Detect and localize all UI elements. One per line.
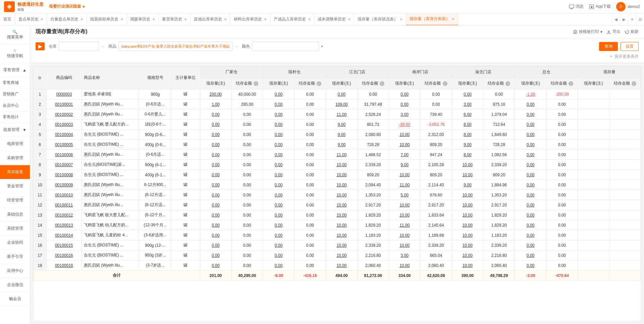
row-l-stock-4[interactable]: 0.00 (263, 130, 294, 140)
nav-close-all[interactable]: ✕ (628, 13, 636, 26)
tab-partial-count[interactable]: 分量盘点单历史 ✕ (47, 13, 87, 26)
row-n-stock-14[interactable]: 10.00 (389, 230, 420, 240)
tab-combo[interactable]: 组装拆卸单历史 ✕ (87, 13, 127, 26)
sidebar-item-enterprise[interactable]: 企业协同 (0, 236, 30, 250)
close-inventory-count[interactable]: ✕ (41, 17, 43, 21)
row-n-stock-9[interactable]: 11.00 (389, 180, 420, 190)
row-code-4[interactable]: 00100004 (46, 130, 82, 140)
sidebar-item-inventory[interactable]: 库存核算 (0, 165, 30, 179)
sidebar-item-guide[interactable]: 新手引导 (0, 250, 30, 264)
row-j-stock-15[interactable]: 10.00 (326, 240, 358, 250)
row-n-stock-5[interactable]: 10.00 (389, 140, 420, 150)
row-f-stock-14[interactable]: 0.00 (200, 230, 231, 240)
row-code-10[interactable]: 00100010 (46, 190, 82, 200)
row-f-stock-8[interactable]: 0.00 (200, 170, 231, 180)
tab-cost-adjust[interactable]: 成本调整单历史 ✕ (314, 13, 354, 26)
row-f-stock-3[interactable]: 0.00 (200, 120, 231, 130)
row-code-14[interactable]: 00100014 (46, 230, 82, 240)
row-y-stock-2[interactable]: 6.00 (452, 109, 483, 120)
row-l-stock-12[interactable]: 0.00 (263, 210, 294, 220)
app-download-btn[interactable]: App下载 (589, 4, 611, 9)
row-f-stock-12[interactable]: 0.00 (200, 210, 231, 220)
close-stock-dist[interactable]: ✕ (452, 17, 454, 21)
row-t-stock-8[interactable]: 0.00 (515, 170, 546, 180)
t-amt-info-icon[interactable]: i (569, 81, 573, 86)
sidebar-item-retail-stats[interactable]: 零售统计 (0, 111, 30, 123)
row-f-stock-2[interactable]: 0.00 (200, 109, 231, 120)
row-n-stock-11[interactable]: 10.00 (389, 200, 420, 210)
row-n-stock-13[interactable]: 11.00 (389, 220, 420, 230)
row-l-stock-5[interactable]: 0.00 (263, 140, 294, 150)
row-j-stock-13[interactable]: 10.00 (326, 220, 358, 230)
row-y-stock-3[interactable]: 8.00 (452, 120, 483, 130)
tab-product-in[interactable]: 产成品入库单历史 ✕ (270, 13, 314, 26)
row-y-stock-7[interactable]: 10.00 (452, 160, 483, 170)
row-l-stock-0[interactable]: 0.00 (263, 89, 294, 99)
sidebar-item-wechat[interactable]: 企业微信 (0, 278, 30, 292)
warehouse-input[interactable] (59, 42, 99, 51)
th-settings[interactable]: ⚙ (34, 66, 47, 89)
settings-button[interactable]: 设置 (621, 42, 639, 51)
warehouse-more[interactable]: ··· (101, 44, 104, 49)
row-y-stock-5[interactable]: 9.00 (452, 140, 483, 150)
row-y-stock-9[interactable]: 9.00 (452, 180, 483, 190)
nav-next[interactable]: ▶ (620, 13, 628, 26)
row-code-9[interactable]: 00100009 (46, 180, 82, 190)
row-f-stock-7[interactable]: 0.00 (200, 160, 231, 170)
row-y-stock-15[interactable]: 10.00 (452, 240, 483, 250)
row-t-stock-1[interactable]: 0.00 (515, 99, 546, 109)
nav-selector[interactable]: 母婴行业演示陈套 ▾ (49, 4, 85, 9)
row-y-stock-13[interactable]: 10.00 (452, 220, 483, 230)
row-n-stock-12[interactable]: 10.00 (389, 210, 420, 220)
row-t-stock-15[interactable]: 0.00 (515, 240, 546, 250)
row-t-stock-13[interactable]: 0.00 (515, 220, 546, 230)
j-amt-info-icon[interactable]: i (380, 81, 384, 86)
nav-prev[interactable]: ◀ (612, 13, 620, 26)
row-n-stock-16[interactable]: 3.00 (389, 250, 420, 261)
row-l-stock-10[interactable]: 0.00 (263, 190, 294, 200)
row-y-stock-10[interactable]: 10.00 (452, 190, 483, 200)
y-amt-info-icon[interactable]: i (505, 81, 510, 86)
row-f-stock-15[interactable]: 0.00 (200, 240, 231, 250)
row-t-stock-17[interactable]: 0.00 (515, 261, 546, 271)
close-transfer[interactable]: ✕ (152, 17, 155, 21)
row-l-stock-14[interactable]: 0.00 (263, 230, 294, 240)
expand-conditions-btn[interactable]: 展开更多条件 (609, 54, 639, 59)
row-t-stock-16[interactable]: 0.00 (515, 250, 546, 261)
row-l-stock-8[interactable]: 0.00 (263, 170, 294, 180)
row-y-stock-17[interactable]: 10.00 (452, 261, 483, 271)
close-product-in[interactable]: ✕ (308, 17, 311, 21)
sidebar-item-marketing[interactable]: 营销推广 (0, 89, 30, 100)
row-code-5[interactable]: 00100005 (46, 140, 82, 150)
row-j-stock-16[interactable]: 10.00 (326, 250, 358, 261)
close-combo[interactable]: ✕ (120, 17, 123, 21)
row-code-12[interactable]: 00100012 (46, 210, 82, 220)
row-f-stock-0[interactable]: 200.00 (200, 89, 231, 99)
row-f-stock-10[interactable]: 0.00 (200, 190, 231, 200)
color-input[interactable] (252, 42, 319, 51)
sidebar-item-wholesale[interactable]: 批发管理 ▼ (0, 123, 30, 137)
row-t-stock-6[interactable]: 0.00 (515, 150, 546, 160)
row-code-2[interactable]: 00100002 (46, 109, 82, 120)
filter-expand-btn[interactable]: ▶ (36, 42, 45, 50)
row-n-stock-8[interactable]: 10.00 (389, 170, 420, 180)
sidebar-item-ecommerce[interactable]: 电商管理 (0, 137, 30, 151)
row-j-stock-12[interactable]: 10.00 (326, 210, 358, 220)
row-l-stock-17[interactable]: 0.00 (263, 261, 294, 271)
row-code-1[interactable]: 00100001 (46, 99, 82, 109)
close-request[interactable]: ✕ (184, 17, 187, 21)
row-code-3[interactable]: 00100003 (46, 120, 82, 130)
sidebar-item-member[interactable]: 会员中心 (0, 100, 30, 111)
row-t-stock-10[interactable]: 0.00 (515, 190, 546, 200)
tab-inventory-count[interactable]: 盘点单历史 ✕ (15, 13, 47, 26)
row-l-stock-13[interactable]: 0.00 (263, 220, 294, 230)
row-f-stock-1[interactable]: 1.00 (200, 99, 231, 109)
product-more[interactable]: ··· (234, 44, 238, 49)
x-amt-info-icon[interactable]: i (632, 81, 636, 86)
row-j-stock-11[interactable]: 10.00 (326, 200, 358, 210)
message-btn[interactable]: 消息 (569, 4, 584, 9)
row-n-stock-15[interactable]: 10.00 (389, 240, 420, 250)
row-code-15[interactable]: 00100015 (46, 240, 82, 250)
row-j-stock-2[interactable]: 11.00 (326, 109, 358, 120)
row-y-stock-6[interactable]: 8.00 (452, 150, 483, 160)
